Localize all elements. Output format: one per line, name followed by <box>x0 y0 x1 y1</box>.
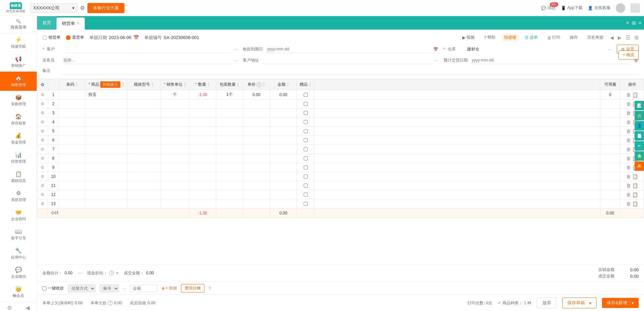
sidebar-item-wechat[interactable]: 💬 企业微信 <box>0 263 37 282</box>
row-unit-cell[interactable] <box>161 109 189 118</box>
row-unit-cell[interactable] <box>161 181 189 190</box>
row-barcode-cell[interactable] <box>59 109 86 118</box>
trial-button[interactable]: 体验行业方案 <box>87 3 124 13</box>
one-click-pay-checkbox[interactable]: 一键收款 <box>42 285 64 291</box>
single-debt-info-icon[interactable]: ? <box>108 301 113 305</box>
row-product-cell[interactable] <box>86 118 127 127</box>
row-settings-cell[interactable]: ⚙ <box>37 90 48 100</box>
float-item-1[interactable]: 📝 <box>635 101 644 110</box>
row-spec-cell[interactable] <box>127 163 161 172</box>
row-pack-qty-cell[interactable] <box>216 163 243 172</box>
row-pack-qty-cell[interactable] <box>216 199 243 208</box>
print-btn[interactable]: 🖨 打印 <box>544 34 563 41</box>
sort-product-icon[interactable]: ▲▼ <box>122 82 124 87</box>
sort-amount-icon[interactable]: ▲▼ <box>287 82 289 87</box>
row-spec-cell[interactable] <box>127 127 161 136</box>
row-qty-cell[interactable] <box>189 127 216 136</box>
row-amount-cell[interactable] <box>270 145 297 154</box>
row-unit-cell[interactable] <box>161 118 189 127</box>
warehouse-dots[interactable]: ··· <box>608 47 611 52</box>
select-order-btn[interactable]: ☰ 选单 <box>522 34 540 41</box>
row-gift-cell[interactable] <box>297 109 314 118</box>
customer-dots[interactable]: ··· <box>234 47 237 52</box>
row-amount-cell[interactable] <box>270 181 297 190</box>
sidebar-item-inventory[interactable]: 🏠 库存核算 <box>0 110 37 129</box>
price-info-icon[interactable]: i <box>257 82 261 87</box>
row-qty-cell[interactable]: -1.00 <box>189 90 216 100</box>
row-settings-cell[interactable]: ⚙ <box>37 172 48 181</box>
row-gift-cell[interactable] <box>297 100 314 109</box>
row-price-cell[interactable]: 0.00 <box>243 90 270 100</box>
sidebar-item-basic-info[interactable]: 📋 基础信息 <box>0 167 37 187</box>
row-amount-cell[interactable] <box>270 190 297 199</box>
view-grid-icon[interactable]: ⊞ <box>634 34 639 41</box>
gift-checkbox[interactable] <box>304 193 308 197</box>
sort-pack-icon[interactable]: ▲▼ <box>237 82 239 87</box>
row-unit-cell[interactable] <box>161 127 189 136</box>
row-unit-cell[interactable] <box>161 154 189 163</box>
row-unit-cell[interactable] <box>161 172 189 181</box>
delete-icon[interactable]: 🗑 <box>626 110 631 116</box>
sidebar-item-marketing[interactable]: 📢 营销推广 <box>0 52 37 72</box>
account-select[interactable]: 账号 <box>100 284 119 293</box>
row-price-cell[interactable] <box>243 118 270 127</box>
row-qty-cell[interactable] <box>189 172 216 181</box>
row-price-cell[interactable] <box>243 199 270 208</box>
gift-checkbox[interactable] <box>304 156 308 160</box>
row-gift-cell[interactable] <box>297 154 314 163</box>
online-service-item[interactable]: 👤 在线客服 <box>588 5 610 11</box>
row-unit-cell[interactable]: 个 <box>161 90 189 100</box>
customer-addr-input[interactable] <box>262 56 432 64</box>
sidebar-item-app-center[interactable]: 🔧 应用中心 <box>0 244 37 263</box>
save-new-button[interactable]: 保存&新增 ▾ <box>602 298 639 308</box>
row-gift-cell[interactable] <box>297 118 314 127</box>
gift-checkbox[interactable] <box>304 165 308 169</box>
tab-close-all-icon[interactable]: × <box>626 20 629 26</box>
scan-button[interactable]: 扫码录入 <box>100 81 120 88</box>
row-settings-cell[interactable]: ⚙ <box>37 100 48 109</box>
row-product-cell[interactable] <box>86 136 127 145</box>
row-settings-cell[interactable]: ⚙ <box>37 136 48 145</box>
row-spec-cell[interactable] <box>127 199 161 208</box>
save-new-chevron[interactable]: ▾ <box>629 301 634 306</box>
row-pack-qty-cell[interactable] <box>216 109 243 118</box>
row-product-cell[interactable] <box>86 199 127 208</box>
row-settings-cell[interactable]: ⚙ <box>37 118 48 127</box>
amount-input[interactable] <box>130 285 157 292</box>
delete-icon[interactable]: 🗑 <box>626 174 631 179</box>
row-spec-cell[interactable] <box>127 190 161 199</box>
row-barcode-cell[interactable] <box>59 100 86 109</box>
float-item-orange[interactable]: 🔔 <box>635 161 644 171</box>
add-payment-button[interactable]: ⊕ + 添加 <box>161 285 177 291</box>
row-settings-cell[interactable]: ⚙ <box>37 190 48 199</box>
radio-sales-order[interactable]: 销货单 <box>42 35 61 40</box>
video-btn[interactable]: ▶ 视频 <box>460 34 477 41</box>
gift-checkbox[interactable] <box>304 111 308 115</box>
note-input[interactable] <box>62 67 639 75</box>
delete-icon[interactable]: 🗑 <box>626 147 631 152</box>
row-product-cell[interactable] <box>86 181 127 190</box>
row-pack-qty-cell[interactable] <box>216 136 243 145</box>
row-qty-cell[interactable] <box>189 154 216 163</box>
row-qty-cell[interactable] <box>189 118 216 127</box>
row-spec-cell[interactable] <box>127 136 161 145</box>
row-pack-qty-cell[interactable] <box>216 127 243 136</box>
gift-checkbox[interactable] <box>304 120 308 124</box>
row-spec-cell[interactable] <box>127 172 161 181</box>
row-gift-cell[interactable] <box>297 90 314 100</box>
radio-return-order[interactable]: 退货单 <box>66 35 84 40</box>
row-amount-cell[interactable] <box>270 100 297 109</box>
row-pack-qty-cell[interactable] <box>216 145 243 154</box>
company-selector[interactable]: XXXXXX公司 ▾ <box>30 3 77 13</box>
row-qty-cell[interactable] <box>189 181 216 190</box>
app-download-item[interactable]: 📱 App下载 <box>561 5 582 11</box>
sidebar-item-guide[interactable]: 📖 新手引导 <box>0 225 37 244</box>
gift-checkbox[interactable] <box>304 202 308 206</box>
float-item-5[interactable]: ✏ <box>635 141 644 151</box>
row-barcode-cell[interactable] <box>59 154 86 163</box>
shortcut-btn[interactable]: 快捷键 <box>502 34 518 41</box>
gift-checkbox[interactable] <box>304 102 308 106</box>
float-item-6[interactable]: ⭐ <box>635 151 644 161</box>
row-amount-cell[interactable]: 0.00 <box>270 90 297 100</box>
row-pack-qty-cell[interactable]: 1个 <box>216 90 243 100</box>
